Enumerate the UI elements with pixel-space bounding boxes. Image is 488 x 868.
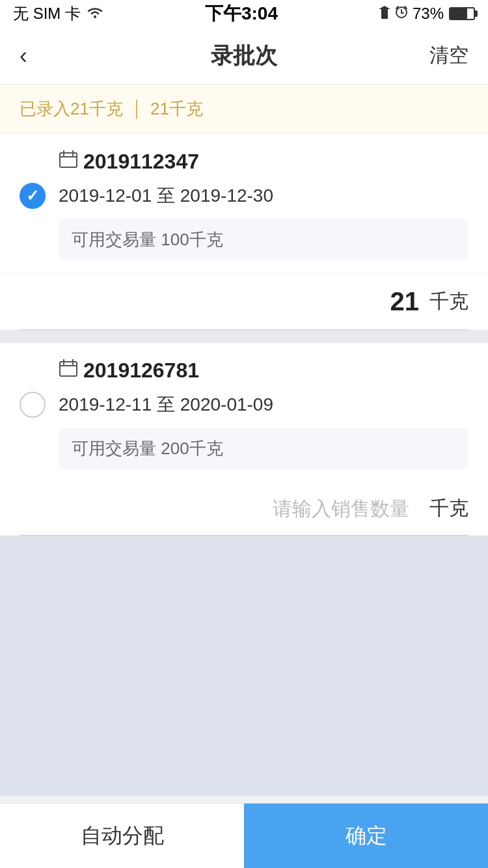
batch-1-radio[interactable] xyxy=(20,183,46,209)
total-amount: 21千克 xyxy=(150,98,203,120)
batch-1-icon xyxy=(59,150,78,173)
batch-1-amount-value: 21 xyxy=(390,287,420,316)
batch-2-icon xyxy=(59,359,78,382)
confirm-label: 确定 xyxy=(346,822,387,850)
batch-2-quantity-input[interactable] xyxy=(20,498,419,520)
bottom-bar: 自动分配 确定 xyxy=(0,803,488,868)
battery-icon xyxy=(449,7,475,20)
batch-1-amount-unit: 千克 xyxy=(429,288,468,315)
batch-2-id-row: 2019126781 xyxy=(59,359,468,383)
status-right: 73% xyxy=(379,5,475,23)
batch-card-2: 2019126781 2019-12-11 至 2020-01-09 可用交易量… xyxy=(0,343,488,536)
section-separator xyxy=(0,330,488,343)
clear-button[interactable]: 清空 xyxy=(429,42,468,69)
svg-point-0 xyxy=(94,16,96,18)
auto-distribute-label: 自动分配 xyxy=(81,822,164,850)
batch-2-unit: 千克 xyxy=(429,495,468,522)
batch-1-amount-row: 21 千克 xyxy=(0,273,488,329)
gray-filler xyxy=(0,536,488,796)
info-divider xyxy=(136,100,137,119)
batch-2-id: 2019126781 xyxy=(83,359,199,383)
batch-1-date-row: 2019-12-01 至 2019-12-30 xyxy=(20,183,468,209)
wifi-icon xyxy=(86,5,104,23)
alarm-icon xyxy=(394,5,409,23)
recorded-amount: 已录入21千克 xyxy=(20,98,123,120)
content-area: 2019112347 2019-12-01 至 2019-12-30 可用交易量… xyxy=(0,134,488,796)
batch-2-date-row: 2019-12-11 至 2020-01-09 xyxy=(20,392,468,418)
svg-rect-4 xyxy=(60,153,77,167)
batch-card-2-inner: 2019126781 2019-12-11 至 2020-01-09 可用交易量… xyxy=(0,343,488,482)
nav-bar: ‹ 录批次 清空 xyxy=(0,27,488,85)
batch-2-input-row: 千克 xyxy=(0,482,488,535)
page-title: 录批次 xyxy=(211,41,277,71)
status-time: 下午3:04 xyxy=(205,1,278,26)
batch-1-id: 2019112347 xyxy=(83,150,199,174)
batch-2-radio[interactable] xyxy=(20,392,46,418)
svg-rect-8 xyxy=(60,362,77,376)
batch-1-id-row: 2019112347 xyxy=(59,150,468,174)
batch-card-1: 2019112347 2019-12-01 至 2019-12-30 可用交易量… xyxy=(0,134,488,330)
info-banner: 已录入21千克 21千克 xyxy=(0,85,488,134)
back-button[interactable]: ‹ xyxy=(20,42,59,70)
location-icon xyxy=(379,5,390,23)
batch-1-date: 2019-12-01 至 2019-12-30 xyxy=(59,183,273,208)
batch-2-date: 2019-12-11 至 2020-01-09 xyxy=(59,392,273,417)
status-bar: 无 SIM 卡 下午3:04 73% xyxy=(0,0,488,27)
batch-card-1-inner: 2019112347 2019-12-01 至 2019-12-30 可用交易量… xyxy=(0,134,488,273)
sim-label: 无 SIM 卡 xyxy=(13,3,81,24)
batch-2-avail: 可用交易量 200千克 xyxy=(59,428,468,469)
battery-percent: 73% xyxy=(413,5,444,23)
batch-1-avail: 可用交易量 100千克 xyxy=(59,219,468,260)
status-left: 无 SIM 卡 xyxy=(13,3,104,24)
confirm-button[interactable]: 确定 xyxy=(244,804,488,868)
auto-distribute-button[interactable]: 自动分配 xyxy=(0,804,244,868)
